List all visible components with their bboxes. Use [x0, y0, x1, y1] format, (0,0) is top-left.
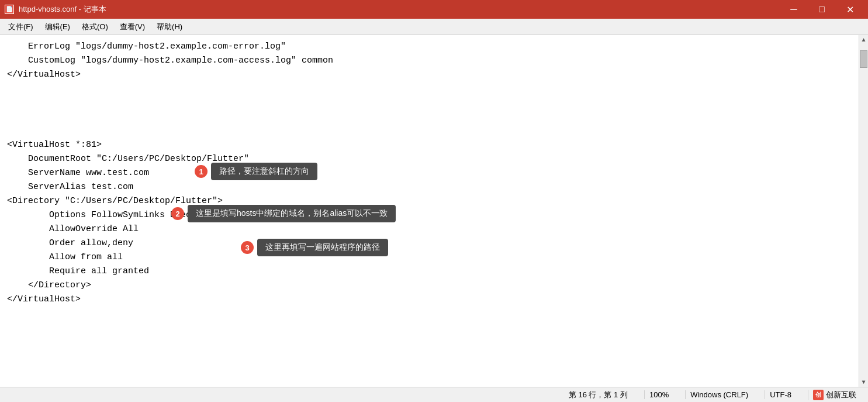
status-encoding: UTF-8 [765, 390, 796, 399]
menu-edit[interactable]: 编辑(E) [39, 19, 76, 35]
tooltip-text-3: 这里再填写一遍网站程序的路径 [265, 242, 380, 253]
scroll-up-arrow[interactable]: ▲ [859, 35, 869, 44]
scroll-thumb[interactable] [860, 50, 867, 68]
scroll-track[interactable] [859, 44, 868, 377]
maximize-button[interactable]: □ [808, 0, 835, 19]
editor-content[interactable]: ErrorLog "logs/dummy-host2.example.com-e… [0, 35, 859, 387]
tooltip-number-1: 1 [195, 165, 208, 178]
status-logo: 创 创新互联 [808, 390, 861, 400]
tooltip-1: 1 路径，要注意斜杠的方向 [195, 163, 317, 180]
minimize-button[interactable]: ─ [780, 0, 807, 19]
status-position: 第 16 行，第 1 列 [564, 390, 632, 400]
status-line-ending: Windows (CRLF) [685, 390, 753, 399]
title-bar-controls: ─ □ ✕ [780, 0, 863, 19]
tooltip-text-2: 这里是填写hosts中绑定的域名，别名alias可以不一致 [196, 208, 388, 219]
title-bar-left: 📄 httpd-vhosts.conf - 记事本 [5, 4, 106, 15]
logo-icon: 创 [813, 390, 824, 400]
tooltip-3: 3 这里再填写一遍网站程序的路径 [241, 239, 388, 256]
editor-text: ErrorLog "logs/dummy-host2.example.com-e… [7, 40, 852, 307]
app-icon: 📄 [5, 5, 14, 14]
menu-file[interactable]: 文件(F) [2, 19, 39, 35]
window-title: httpd-vhosts.conf - 记事本 [19, 4, 106, 15]
tooltip-bubble-1: 路径，要注意斜杠的方向 [211, 163, 317, 180]
status-zoom: 100% [644, 390, 673, 399]
close-button[interactable]: ✕ [836, 0, 863, 19]
status-bar: 第 16 行，第 1 列 100% Windows (CRLF) UTF-8 创… [0, 387, 868, 402]
menu-help[interactable]: 帮助(H) [151, 19, 188, 35]
tooltip-bubble-2: 这里是填写hosts中绑定的域名，别名alias可以不一致 [188, 205, 396, 222]
tooltip-bubble-3: 这里再填写一遍网站程序的路径 [257, 239, 388, 256]
vertical-scrollbar[interactable]: ▲ ▼ [859, 35, 868, 387]
editor-container: ErrorLog "logs/dummy-host2.example.com-e… [0, 35, 868, 387]
scroll-down-arrow[interactable]: ▼ [859, 377, 869, 387]
menu-format[interactable]: 格式(O) [76, 19, 114, 35]
logo-text: 创新互联 [826, 390, 856, 400]
tooltip-text-1: 路径，要注意斜杠的方向 [219, 166, 309, 177]
tooltip-number-3: 3 [241, 241, 254, 254]
menu-bar: 文件(F) 编辑(E) 格式(O) 查看(V) 帮助(H) [0, 19, 868, 35]
tooltip-2: 2 这里是填写hosts中绑定的域名，别名alias可以不一致 [171, 205, 396, 222]
menu-view[interactable]: 查看(V) [114, 19, 151, 35]
title-bar: 📄 httpd-vhosts.conf - 记事本 ─ □ ✕ [0, 0, 868, 19]
tooltip-number-2: 2 [171, 207, 184, 220]
